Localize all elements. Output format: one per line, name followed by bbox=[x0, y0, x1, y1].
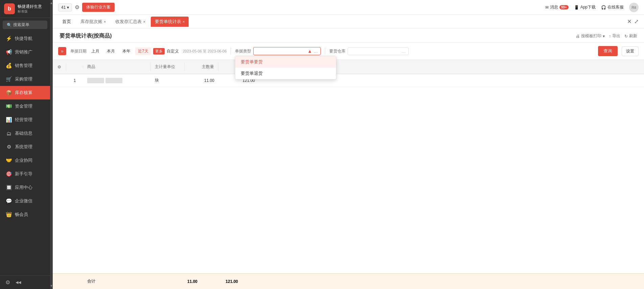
sidebar-item-企业微信[interactable]: 💬 企业微信 bbox=[0, 194, 50, 208]
sidebar-item-经营管理[interactable]: 📊 经营管理 bbox=[0, 113, 50, 127]
nav-icon-4: 📦 bbox=[5, 89, 12, 96]
tab-label-2: 收发存汇总表 bbox=[115, 19, 142, 25]
td-unit: 块 bbox=[151, 76, 185, 85]
store-name: 41 bbox=[61, 5, 66, 10]
expand-tab-icon[interactable]: ⤢ bbox=[634, 18, 639, 25]
page-header: 要货单统计表(按商品) 🖨 按模板打印 ▾ ↑ 导出 ↻ 刷新 bbox=[53, 28, 644, 43]
type-filter-arrow-icon[interactable]: ▲ bbox=[307, 48, 312, 54]
export-button[interactable]: ↑ 导出 bbox=[609, 33, 620, 39]
settings-footer-icon[interactable]: ⚙ bbox=[5, 279, 10, 286]
nav-icon-11: 🔲 bbox=[5, 184, 12, 191]
type-filter-label: 单据类型 bbox=[235, 48, 251, 54]
sidebar-item-畅会员[interactable]: 👑 畅会员 bbox=[0, 208, 50, 221]
table-body: 1 块 11.00 121.00 bbox=[53, 74, 644, 273]
nav-icon-0: ⚡ bbox=[5, 35, 12, 42]
sidebar-item-系统管理[interactable]: ⚙ 系统管理 bbox=[0, 140, 50, 154]
warehouse-more-icon[interactable]: … bbox=[401, 49, 406, 54]
sidebar-item-企业协同[interactable]: 🤝 企业协同 bbox=[0, 154, 50, 167]
nav-label-3: 采购管理 bbox=[15, 76, 32, 82]
sidebar: b 畅捷通好生意 标准版 🔍 搜索菜单 ⚡ 快捷导航 📢 营销推广 💰 销售管理… bbox=[0, 0, 50, 289]
sidebar-item-快捷导航[interactable]: ⚡ 快捷导航 bbox=[0, 32, 50, 45]
tab-label-0: 首页 bbox=[62, 19, 71, 25]
sidebar-search[interactable]: 🔍 搜索菜单 bbox=[3, 21, 47, 29]
td-seq: 1 bbox=[66, 77, 83, 84]
dropdown-item-1[interactable]: 要货单退货 bbox=[235, 68, 336, 79]
user-avatar[interactable]: Rit bbox=[629, 3, 639, 12]
tab-1[interactable]: 库存批次账× bbox=[76, 17, 110, 27]
printer-icon: 🖨 bbox=[576, 34, 580, 39]
nav-icon-3: 🛒 bbox=[5, 76, 12, 83]
date-btn-this-year[interactable]: 本年 bbox=[120, 47, 133, 55]
settings-button[interactable]: 设置 bbox=[622, 46, 639, 56]
nav-icon-7: 🗂 bbox=[5, 130, 12, 137]
notifications-action[interactable]: ✉ 消息 99+ bbox=[545, 4, 569, 10]
type-filter-input-wrap: ▲ … bbox=[253, 47, 321, 55]
tab-2[interactable]: 收发存汇总表× bbox=[111, 17, 149, 27]
tab-0[interactable]: 首页 bbox=[58, 17, 75, 27]
filter-bar: » 单据日期 上月 本月 本年 近7天 更多 自定义 2023-05-06 至 … bbox=[53, 43, 644, 60]
warehouse-filter-input[interactable] bbox=[351, 49, 401, 53]
nav-label-9: 企业协同 bbox=[15, 157, 32, 163]
topbar: 41 ▾ ⚙ 体验行业方案 ✉ 消息 99+ 📱 App下载 🎧 在线客服 Ri… bbox=[53, 0, 644, 15]
tab-3[interactable]: 要货单统计表× bbox=[151, 17, 189, 27]
topbar-settings-icon[interactable]: ⚙ bbox=[75, 4, 79, 10]
online-service-label: 在线客服 bbox=[607, 4, 624, 10]
collapse-footer-icon[interactable]: ◀◀ bbox=[16, 280, 21, 285]
nav-label-11: 应用中心 bbox=[15, 184, 32, 191]
nav-label-12: 企业微信 bbox=[15, 198, 32, 204]
table-row: 1 块 11.00 121.00 bbox=[53, 74, 644, 87]
tab-close-1[interactable]: × bbox=[104, 20, 106, 24]
nav-label-5: 资金管理 bbox=[15, 103, 32, 109]
refresh-button[interactable]: ↻ 刷新 bbox=[624, 33, 637, 39]
filter-separator-1 bbox=[231, 48, 231, 54]
dropdown-item-0[interactable]: 要货单要货 bbox=[235, 56, 336, 68]
tab-close-3[interactable]: × bbox=[183, 20, 185, 24]
date-more-btn[interactable]: 更多 bbox=[153, 48, 165, 54]
print-template-button[interactable]: 🖨 按模板打印 ▾ bbox=[576, 33, 605, 39]
refresh-icon: ↻ bbox=[624, 34, 628, 39]
user-name: Rit bbox=[631, 5, 636, 9]
app-download-action[interactable]: 📱 App下载 bbox=[574, 4, 596, 10]
th-unit: 主计量单位 bbox=[151, 63, 185, 71]
app-version: 标准版 bbox=[18, 9, 42, 14]
table-wrap: ⚙ 商品 主计量单位 主数量 零售金额 1 bbox=[53, 60, 644, 289]
sidebar-item-销售管理[interactable]: 💰 销售管理 bbox=[0, 59, 50, 72]
sidebar-item-库存核算[interactable]: 📦 库存核算 bbox=[0, 86, 50, 99]
sidebar-item-采购管理[interactable]: 🛒 采购管理 bbox=[0, 72, 50, 86]
product-tag-2 bbox=[105, 78, 122, 83]
date-btn-7days[interactable]: 近7天 bbox=[135, 47, 151, 55]
tab-close-2[interactable]: × bbox=[143, 20, 145, 24]
sidebar-item-营销推广[interactable]: 📢 营销推广 bbox=[0, 45, 50, 59]
print-chevron-icon: ▾ bbox=[603, 34, 605, 39]
sidebar-item-基础信息[interactable]: 🗂 基础信息 bbox=[0, 127, 50, 140]
nav-icon-6: 📊 bbox=[5, 116, 12, 123]
table-footer: 合计 11.00 121.00 bbox=[53, 273, 644, 289]
footer-total-qty: 11.00 bbox=[168, 278, 201, 285]
trial-button[interactable]: 体验行业方案 bbox=[82, 3, 115, 12]
filter-expand-button[interactable]: » bbox=[58, 47, 66, 55]
th-settings[interactable]: ⚙ bbox=[53, 63, 66, 71]
page-title: 要货单统计表(按商品) bbox=[59, 32, 112, 40]
search-label: 搜索菜单 bbox=[13, 22, 29, 28]
page-actions: 🖨 按模板打印 ▾ ↑ 导出 ↻ 刷新 bbox=[576, 33, 637, 39]
date-custom-btn[interactable]: 自定义 bbox=[167, 48, 179, 54]
warehouse-filter-input-wrap: … bbox=[348, 47, 409, 55]
type-filter-input[interactable] bbox=[256, 49, 307, 53]
sidebar-item-新手引导[interactable]: 🎯 新手引导 bbox=[0, 167, 50, 181]
nav-icon-13: 👑 bbox=[5, 211, 12, 218]
tab-label-1: 库存批次账 bbox=[80, 19, 102, 25]
export-icon: ↑ bbox=[609, 34, 611, 39]
close-tab-icon[interactable]: ✕ bbox=[627, 18, 631, 25]
date-btn-this-month[interactable]: 本月 bbox=[104, 47, 118, 55]
online-service-action[interactable]: 🎧 在线客服 bbox=[601, 4, 624, 10]
notification-label: 消息 bbox=[550, 4, 558, 10]
query-button[interactable]: 查询 bbox=[598, 46, 618, 56]
type-filter-more-icon[interactable]: … bbox=[313, 49, 318, 54]
date-range-display: 2023-05-06 至 2023-06-06 bbox=[183, 49, 227, 54]
sidebar-item-资金管理[interactable]: 💵 资金管理 bbox=[0, 99, 50, 113]
nav-icon-5: 💵 bbox=[5, 103, 12, 110]
store-selector[interactable]: 41 ▾ bbox=[58, 3, 72, 12]
date-btn-last-month[interactable]: 上月 bbox=[89, 47, 102, 55]
th-seq bbox=[66, 66, 83, 68]
sidebar-item-应用中心[interactable]: 🔲 应用中心 bbox=[0, 181, 50, 194]
